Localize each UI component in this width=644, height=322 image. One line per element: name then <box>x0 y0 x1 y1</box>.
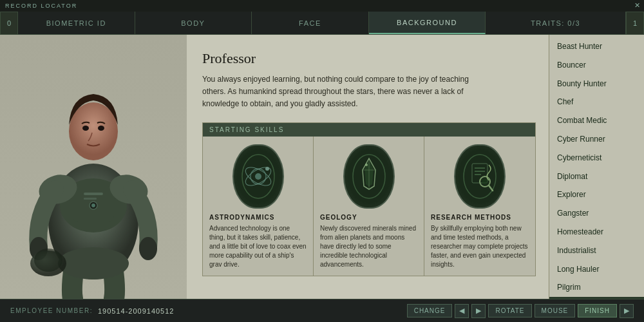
rotate-left-arrow[interactable]: ◀ <box>455 304 469 318</box>
mouse-button[interactable]: MOUSE <box>535 304 576 317</box>
research-methods-icon <box>454 144 506 209</box>
rotate-right-arrow[interactable]: ▶ <box>471 304 486 318</box>
tab-background[interactable]: BACKGROUND <box>369 12 486 34</box>
character-avatar <box>16 41 171 299</box>
svg-rect-15 <box>84 198 97 200</box>
tab-traits[interactable]: TRAITS: 0/3 <box>486 12 626 34</box>
finish-button[interactable]: FINISH <box>578 304 617 317</box>
svg-line-37 <box>489 185 493 191</box>
svg-point-23 <box>265 167 269 171</box>
nav-right-arrow[interactable]: 1 <box>626 12 644 35</box>
tab-biometric-id[interactable]: BIOMETRIC ID <box>18 12 135 34</box>
skill-name-3: RESEARCH METHODS <box>431 214 529 221</box>
svg-point-29 <box>365 164 368 166</box>
svg-point-20 <box>255 173 261 180</box>
svg-rect-14 <box>84 193 103 195</box>
skill-icon-wrap-1 <box>209 144 307 209</box>
main-content: Professor You always enjoyed learning, b… <box>0 35 644 299</box>
skill-name-1: ASTRODYNAMICS <box>209 214 307 221</box>
svg-point-7 <box>58 247 129 279</box>
details-panel: Professor You always enjoyed learning, b… <box>187 35 549 299</box>
employee-number-label: EMPLOYEE NUMBER: <box>10 307 93 314</box>
svg-point-36 <box>482 178 488 185</box>
skill-icon-wrap-2 <box>320 144 417 209</box>
svg-point-9 <box>69 102 118 160</box>
bottom-bar: EMPLOYEE NUMBER: 190514-2009140512 CHANG… <box>0 299 644 322</box>
list-item-combat-medic[interactable]: Combat Medic <box>549 111 644 130</box>
bottom-buttons: CHANGE ◀ ▶ ROTATE MOUSE FINISH ▶ <box>407 304 634 318</box>
list-item-bouncer[interactable]: Bouncer <box>549 56 644 75</box>
skill-desc-2: Newly discovered minerals mined from ali… <box>320 224 417 269</box>
svg-point-17 <box>91 204 95 207</box>
list-item-chef[interactable]: Chef <box>549 93 644 111</box>
character-panel <box>0 35 187 299</box>
character-figure <box>0 35 187 299</box>
skills-section: STARTING SKILLS <box>202 122 536 276</box>
list-item-gangster[interactable]: Gangster <box>549 204 644 223</box>
list-item-cyberneticist[interactable]: Cyberneticist <box>549 149 644 167</box>
background-description: You always enjoyed learning, but nothing… <box>202 73 473 111</box>
skill-desc-3: By skillfully employing both new and tim… <box>431 224 529 269</box>
top-bar: RECORD LOCATOR ✕ <box>0 0 644 12</box>
list-item-long-hauler[interactable]: Long Hauler <box>549 260 644 279</box>
list-item-beast-hunter[interactable]: Beast Hunter <box>549 37 644 56</box>
list-item-explorer[interactable]: Explorer <box>549 185 644 204</box>
geology-icon <box>343 144 395 209</box>
svg-point-13 <box>34 249 62 272</box>
list-item-bounty-hunter[interactable]: Bounty Hunter <box>549 75 644 93</box>
astrodynamics-icon <box>232 144 284 209</box>
change-button[interactable]: CHANGE <box>407 304 453 317</box>
background-title: Professor <box>202 50 536 67</box>
tab-face[interactable]: FACE <box>252 12 369 34</box>
svg-point-10 <box>82 126 89 131</box>
background-list-panel: Beast HunterBouncerBounty HunterChefComb… <box>549 35 644 299</box>
nav-tabs: 0 BIOMETRIC ID BODY FACE BACKGROUND TRAI… <box>0 12 644 35</box>
skill-desc-1: Advanced technology is one thing, but it… <box>209 224 307 269</box>
employee-number-value: 190514-2009140512 <box>98 307 175 315</box>
skill-item-research: RESEARCH METHODS By skillfully employing… <box>424 137 535 276</box>
close-icon[interactable]: ✕ <box>634 1 640 10</box>
list-item-homesteader[interactable]: Homesteader <box>549 223 644 242</box>
skills-grid: ASTRODYNAMICS Advanced technology is one… <box>203 137 535 276</box>
nav-left-arrow[interactable]: 0 <box>0 12 18 35</box>
svg-point-11 <box>98 126 104 131</box>
list-item-cyber-runner[interactable]: Cyber Runner <box>549 130 644 149</box>
skill-item-astrodynamics: ASTRODYNAMICS Advanced technology is one… <box>203 137 314 276</box>
list-item-industrialist[interactable]: Industrialist <box>549 242 644 260</box>
finish-arrow[interactable]: ▶ <box>620 304 634 318</box>
skill-item-geology: GEOLOGY Newly discovered minerals mined … <box>314 137 424 276</box>
record-locator-title: RECORD LOCATOR <box>5 3 77 9</box>
rotate-button[interactable]: ROTATE <box>488 304 531 317</box>
list-item-pilgrim[interactable]: Pilgrim <box>549 278 644 297</box>
skills-header: STARTING SKILLS <box>203 123 535 137</box>
list-item-diplomat[interactable]: Diplomat <box>549 167 644 186</box>
skill-icon-wrap-3 <box>431 144 529 209</box>
svg-point-6 <box>139 237 157 260</box>
tab-body[interactable]: BODY <box>135 12 252 34</box>
skill-name-2: GEOLOGY <box>320 214 417 221</box>
